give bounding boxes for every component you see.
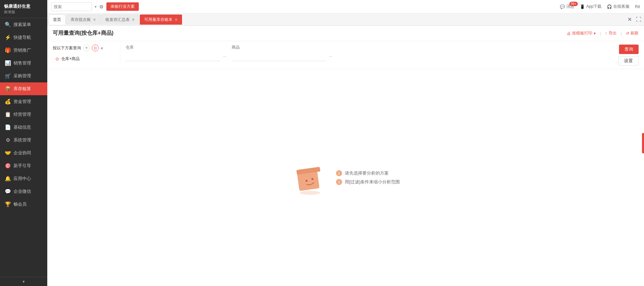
- tabs-bar: 首页 库存批次账 ✕ 收发存汇总表 ✕ 可用量库存账本 ✕ ✕ ⛶: [47, 14, 644, 26]
- sidebar-item-label: 企业协同: [14, 150, 31, 156]
- gear-icon[interactable]: ⚙: [99, 4, 104, 9]
- tab-available-stock[interactable]: 可用量库存账本 ✕: [140, 15, 182, 25]
- topbar-right: 💬 消息 99+ 📱 App下载 🎧 在线客服 Rit: [560, 4, 640, 9]
- sidebar-item-label: 营销推广: [14, 47, 31, 53]
- export-icon: ↑: [605, 31, 607, 36]
- sidebar-item-inventory[interactable]: 📦 库存核算: [0, 82, 47, 95]
- tab-controls: ✕ ⛶: [626, 16, 643, 23]
- tab-stock-summary[interactable]: 收发存汇总表 ✕: [101, 15, 139, 25]
- sidebar-item-finance[interactable]: 💰 资金管理: [0, 95, 47, 108]
- sidebar-item-member[interactable]: 🏆 畅会员: [0, 198, 47, 211]
- collapse-scheme-button[interactable]: «: [101, 45, 103, 51]
- print-template-button[interactable]: 🖨 按模板打印 ▾: [567, 30, 596, 36]
- search-input[interactable]: [51, 2, 92, 11]
- industry-solution-button[interactable]: 体验行业方案: [106, 2, 139, 11]
- collab-icon: 🤝: [5, 150, 11, 156]
- username-label: Rit: [635, 4, 640, 9]
- page-header-actions: 🖨 按模板打印 ▾ | ↑ 导出 | ↺ 刷新: [567, 30, 639, 36]
- chevron-down-icon[interactable]: ▾: [95, 4, 97, 9]
- member-icon: 🏆: [5, 201, 11, 207]
- sidebar-item-sales[interactable]: 📊 销售管理: [0, 57, 47, 70]
- product-ellipsis-icon[interactable]: ···: [328, 54, 334, 59]
- empty-step-2: 2 用[过滤]条件来缩小分析范围: [336, 179, 400, 185]
- topbar: ▾ ⚙ 体验行业方案 💬 消息 99+ 📱 App下载 🎧 在线客服 Rit: [47, 0, 644, 14]
- sidebar-item-management[interactable]: 📋 经营管理: [0, 108, 47, 121]
- app-edition: 标准版: [4, 9, 43, 15]
- sidebar: 畅康通好生意 标准版 🔍 搜索菜单 ⚡ 快捷导航 🎁 营销推广 📊 销售管理 🛒…: [0, 0, 47, 286]
- sidebar-item-collab[interactable]: 🤝 企业协同: [0, 147, 47, 159]
- filter-fields: 仓库 ··· 商品 ···: [120, 45, 614, 61]
- message-badge: 99+: [569, 2, 578, 6]
- sidebar-item-search[interactable]: 🔍 搜索菜单: [0, 18, 47, 31]
- sidebar-header: 畅康通好生意 标准版: [0, 0, 47, 18]
- service-label: 在线客服: [613, 4, 629, 9]
- setting-button[interactable]: 设置: [618, 56, 639, 66]
- step-num-2: 2: [336, 179, 342, 185]
- empty-state: 1 请先选择要分析的方案 2 用[过滤]条件来缩小分析范围: [47, 69, 644, 286]
- tab-close-icon[interactable]: ✕: [132, 18, 135, 22]
- tab-home[interactable]: 首页: [49, 15, 66, 25]
- quicknav-icon: ⚡: [5, 34, 11, 41]
- refresh-button[interactable]: ↺ 刷新: [626, 30, 639, 36]
- tab-label: 收发存汇总表: [105, 17, 130, 23]
- sidebar-item-appcenter[interactable]: 🔔 应用中心: [0, 172, 47, 185]
- empty-illustration: [291, 161, 325, 194]
- empty-step-1: 1 请先选择要分析的方案: [336, 170, 400, 176]
- filter-scheme-header: 按以下方案查询 + ⊙ «: [53, 45, 116, 51]
- sidebar-item-label: 基础信息: [14, 124, 31, 130]
- sidebar-item-basicinfo[interactable]: 📄 基础信息: [0, 121, 47, 134]
- warehouse-ellipsis-icon[interactable]: ···: [222, 54, 228, 59]
- export-button[interactable]: ↑ 导出: [605, 30, 617, 36]
- product-label: 商品: [232, 45, 334, 50]
- sidebar-collapse-btn[interactable]: ▾: [0, 277, 47, 286]
- sidebar-item-guide[interactable]: 🎯 新手引导: [0, 159, 47, 172]
- tab-close-icon[interactable]: ✕: [175, 18, 178, 22]
- user-menu[interactable]: Rit: [635, 4, 640, 9]
- message-button[interactable]: 💬 消息 99+: [560, 4, 574, 9]
- chevron-down-icon: ▾: [594, 31, 596, 36]
- empty-box-svg: [291, 161, 329, 198]
- query-button[interactable]: 查询: [619, 45, 639, 54]
- phone-icon: 📱: [580, 4, 585, 9]
- system-icon: ⚙: [5, 137, 11, 143]
- sidebar-item-system[interactable]: ⚙ 系统管理: [0, 134, 47, 147]
- refresh-icon: ↺: [626, 31, 629, 36]
- scheme-item-warehouse-product[interactable]: ⊙ 仓库+商品: [53, 54, 116, 64]
- inventory-icon: 📦: [5, 86, 11, 92]
- sidebar-item-purchase[interactable]: 🛒 采购管理: [0, 70, 47, 82]
- scheme-label: 按以下方案查询: [53, 45, 81, 51]
- sidebar-item-label: 经营管理: [14, 111, 31, 118]
- step-num-1: 1: [336, 170, 342, 176]
- chevron-down-icon: ▾: [23, 279, 25, 284]
- purchase-icon: 🛒: [5, 73, 11, 79]
- sidebar-item-quicknav[interactable]: ⚡ 快捷导航: [0, 31, 47, 44]
- sidebar-item-label: 搜索菜单: [14, 22, 31, 28]
- print-template-label: 按模板打印: [572, 30, 592, 36]
- tab-label: 首页: [53, 17, 61, 23]
- page-title: 可用量查询(按仓库+商品): [53, 30, 113, 37]
- search-icon: 🔍: [5, 22, 11, 28]
- sidebar-item-label: 企业微信: [14, 188, 31, 194]
- page-content: 可用量查询(按仓库+商品) 🖨 按模板打印 ▾ | ↑ 导出 | ↺ 刷新: [47, 26, 644, 286]
- basicinfo-icon: 📄: [5, 124, 11, 130]
- guide-icon: 🎯: [5, 163, 11, 169]
- scheme-icon: ⊙: [55, 56, 59, 61]
- filter-scheme-panel: 按以下方案查询 + ⊙ « ⊙ 仓库+商品: [53, 45, 120, 64]
- tab-close-icon[interactable]: ✕: [93, 18, 96, 22]
- app-download-label: App下载: [586, 4, 601, 9]
- scheme-settings-button[interactable]: ⊙: [92, 45, 99, 51]
- step-2-text: 用[过滤]条件来缩小分析范围: [345, 179, 400, 185]
- finance-icon: 💰: [5, 99, 11, 105]
- tab-label: 库存批次账: [71, 17, 91, 23]
- main-area: ▾ ⚙ 体验行业方案 💬 消息 99+ 📱 App下载 🎧 在线客服 Rit: [47, 0, 644, 286]
- sidebar-item-marketing[interactable]: 🎁 营销推广: [0, 44, 47, 57]
- online-service-button[interactable]: 🎧 在线客服: [607, 4, 629, 9]
- expand-tab-button[interactable]: ⛶: [635, 16, 643, 23]
- close-tab-button[interactable]: ✕: [626, 16, 633, 23]
- app-download-button[interactable]: 📱 App下载: [580, 4, 601, 9]
- product-input[interactable]: [232, 52, 326, 61]
- add-scheme-button[interactable]: +: [83, 45, 90, 51]
- sidebar-item-wechat[interactable]: 💬 企业微信: [0, 185, 47, 198]
- warehouse-input[interactable]: [126, 52, 220, 61]
- tab-inventory-batch[interactable]: 库存批次账 ✕: [66, 15, 100, 25]
